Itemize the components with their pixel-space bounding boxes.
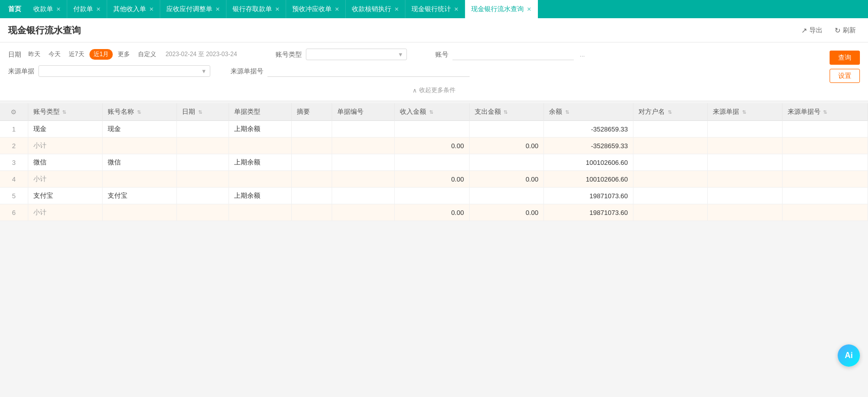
nav-other-income[interactable]: 其他收入单 ✕: [107, 0, 160, 18]
col-settings[interactable]: ⚙: [0, 103, 28, 121]
nav-ar-adjust[interactable]: 应收应付调整单 ✕: [160, 0, 226, 18]
refresh-button[interactable]: ↻ 刷新: [831, 24, 860, 37]
settings-button[interactable]: 设置: [830, 69, 860, 83]
cell-balance: 19871073.60: [543, 204, 633, 221]
nav-advance-offset-close[interactable]: ✕: [335, 6, 339, 13]
account-type-select[interactable]: ▾: [306, 49, 407, 60]
col-income[interactable]: 收入金额 ⇅: [395, 103, 469, 121]
export-button[interactable]: ↗ 导出: [797, 24, 827, 37]
cell-counterpart: [633, 188, 708, 204]
account-filter-group: 账号 ...: [435, 49, 585, 60]
nav-bank-flow[interactable]: 现金银行流水查询 ✕: [465, 0, 538, 18]
nav-receipt[interactable]: 收款单 ✕: [27, 0, 67, 18]
filter-row-2: 来源单据 ▾ 来源单据号: [8, 65, 821, 77]
col-account-type[interactable]: 账号类型 ⇅: [28, 103, 102, 121]
nav-collection-exec[interactable]: 收款核销执行 ✕: [346, 0, 405, 18]
cell-summary: [292, 188, 332, 204]
cell-income: 0.00: [395, 171, 469, 188]
date-btn-custom[interactable]: 自定义: [135, 49, 159, 60]
account-input[interactable]: [452, 49, 574, 60]
cell-income: [395, 121, 469, 138]
nav-bank-deposit-close[interactable]: ✕: [275, 6, 280, 13]
nav-receipt-label: 收款单: [33, 5, 53, 14]
table-body: 1现金现金上期余额-3528659.332小计0.000.00-3528659.…: [0, 121, 868, 221]
nav-home[interactable]: 首页: [2, 0, 27, 18]
source-doc-dropdown-icon: ▾: [202, 67, 206, 75]
cell-balance: 19871073.60: [543, 188, 633, 204]
top-nav: 首页 收款单 ✕ 付款单 ✕ 其他收入单 ✕ 应收应付调整单 ✕ 银行存取款单 …: [0, 0, 868, 18]
nav-payment[interactable]: 付款单 ✕: [67, 0, 107, 18]
nav-bank-stats[interactable]: 现金银行统计 ✕: [405, 0, 465, 18]
nav-bank-deposit[interactable]: 银行存取款单 ✕: [226, 0, 286, 18]
nav-advance-offset[interactable]: 预收冲应收单 ✕: [286, 0, 346, 18]
table-row[interactable]: 6小计0.000.0019871073.60: [0, 204, 868, 221]
nav-ar-adjust-close[interactable]: ✕: [215, 6, 220, 13]
col-expense-label: 支出金额: [475, 108, 501, 115]
date-btn-today[interactable]: 今天: [45, 49, 64, 60]
nav-receipt-close[interactable]: ✕: [56, 6, 61, 13]
nav-advance-offset-label: 预收冲应收单: [292, 5, 332, 14]
date-btn-more[interactable]: 更多: [115, 49, 133, 60]
source-doc-select[interactable]: ▾: [38, 65, 210, 77]
col-summary-label: 摘要: [297, 108, 310, 115]
date-btn-yesterday[interactable]: 昨天: [25, 49, 43, 60]
more-options-btn[interactable]: ...: [580, 51, 585, 58]
cell-doc-type: [229, 138, 292, 154]
table-row[interactable]: 2小计0.000.00-3528659.33: [0, 138, 868, 154]
refresh-label: 刷新: [843, 26, 856, 35]
cell-account-type: 小计: [28, 171, 102, 188]
nav-collection-exec-label: 收款核销执行: [352, 5, 391, 14]
nav-bank-stats-close[interactable]: ✕: [454, 6, 459, 13]
col-counterpart[interactable]: 对方户名 ⇅: [633, 103, 708, 121]
cell-summary: [292, 171, 332, 188]
cell-source-doc: [708, 171, 782, 188]
cell-account-type: 现金: [28, 121, 102, 138]
cell-doc-no: [332, 188, 395, 204]
table-row[interactable]: 1现金现金上期余额-3528659.33: [0, 121, 868, 138]
date-btn-1month[interactable]: 近1月: [89, 49, 113, 60]
col-account-name[interactable]: 账号名称 ⇅: [103, 103, 177, 121]
dropdown-icon: ▾: [399, 51, 402, 58]
nav-payment-label: 付款单: [73, 5, 93, 14]
col-date[interactable]: 日期 ⇅: [177, 103, 229, 121]
cell-source-doc-no: [782, 171, 867, 188]
cell-date: [177, 204, 229, 221]
col-source-doc[interactable]: 来源单据 ⇅: [708, 103, 782, 121]
row-checkbox: 5: [0, 188, 28, 204]
nav-other-income-close[interactable]: ✕: [149, 6, 154, 13]
row-checkbox: 2: [0, 138, 28, 154]
cell-balance: -3528659.33: [543, 138, 633, 154]
collapse-bar[interactable]: ∧ 收起更多条件: [8, 86, 860, 95]
query-button[interactable]: 查询: [830, 51, 860, 65]
nav-payment-close[interactable]: ✕: [96, 6, 101, 13]
table-row[interactable]: 3微信微信上期余额100102606.60: [0, 154, 868, 171]
cell-summary: [292, 138, 332, 154]
cell-date: [177, 171, 229, 188]
cell-date: [177, 121, 229, 138]
right-actions: 查询 设置: [830, 51, 860, 83]
sort-account-name-icon: ⇅: [137, 109, 141, 115]
nav-bank-flow-close[interactable]: ✕: [527, 6, 531, 13]
cell-expense: 0.00: [469, 138, 543, 154]
gear-icon: ⚙: [11, 108, 17, 116]
cell-expense: 0.00: [469, 204, 543, 221]
col-balance[interactable]: 余额 ⇅: [543, 103, 633, 121]
cell-account-type: 小计: [28, 204, 102, 221]
cell-balance: -3528659.33: [543, 121, 633, 138]
table-row[interactable]: 4小计0.000.00100102606.60: [0, 171, 868, 188]
table-row[interactable]: 5支付宝支付宝上期余额19871073.60: [0, 188, 868, 204]
main-table: ⚙ 账号类型 ⇅ 账号名称 ⇅ 日期 ⇅ 单据类型 摘要: [0, 103, 868, 221]
col-summary[interactable]: 摘要: [292, 103, 332, 121]
nav-collection-exec-close[interactable]: ✕: [394, 6, 399, 13]
cell-account-name: [103, 171, 177, 188]
account-type-filter-group: 账号类型 ▾: [276, 49, 407, 60]
source-doc-no-label: 来源单据号: [231, 67, 263, 76]
col-source-doc-no[interactable]: 来源单据号 ⇅: [782, 103, 867, 121]
source-doc-no-input[interactable]: [267, 66, 470, 77]
col-expense[interactable]: 支出金额 ⇅: [469, 103, 543, 121]
col-doc-no[interactable]: 单据编号: [332, 103, 395, 121]
cell-counterpart: [633, 138, 708, 154]
table-container: ⚙ 账号类型 ⇅ 账号名称 ⇅ 日期 ⇅ 单据类型 摘要: [0, 103, 868, 221]
col-doc-type[interactable]: 单据类型: [229, 103, 292, 121]
date-btn-7days[interactable]: 近7天: [66, 49, 87, 60]
